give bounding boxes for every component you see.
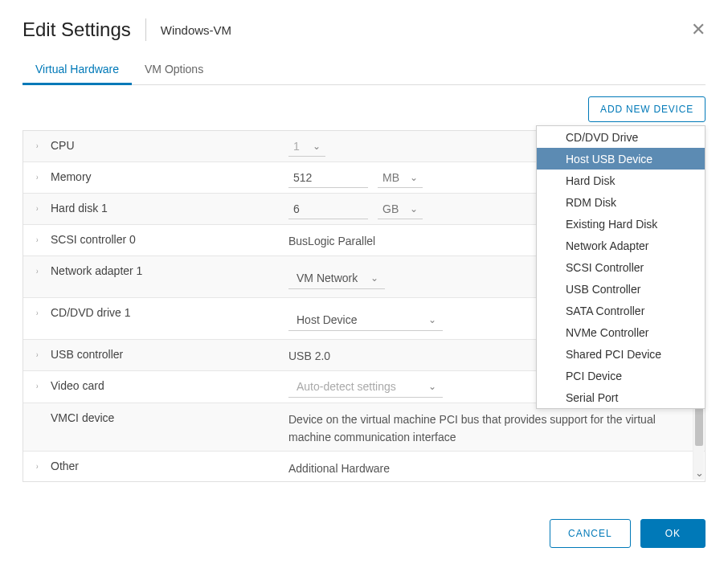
dialog-title: Edit Settings — [22, 18, 146, 41]
vmci-description: Device on the virtual machine PCI bus th… — [288, 403, 705, 451]
menu-item-shared-pci-device[interactable]: Shared PCI Device — [537, 343, 705, 365]
network-adapter-select[interactable]: VM Network ⌄ — [288, 268, 385, 289]
label-scsi0: SCSI controller 0 — [51, 233, 136, 246]
chevron-right-icon[interactable]: › — [36, 349, 44, 359]
menu-item-rdm-disk[interactable]: RDM Disk — [537, 191, 705, 213]
cpu-count-input[interactable] — [288, 137, 325, 157]
cancel-button[interactable]: CANCEL — [550, 519, 631, 548]
chevron-down-icon: ⌄ — [428, 314, 436, 325]
label-memory: Memory — [51, 170, 92, 183]
label-video-card: Video card — [51, 379, 104, 392]
menu-item-sata-controller[interactable]: SATA Controller — [537, 300, 705, 321]
network-adapter-value: VM Network — [297, 272, 358, 284]
label-cd-dvd-drive-1: CD/DVD drive 1 — [51, 306, 131, 319]
memory-unit-select[interactable]: MB ⌄ — [378, 168, 423, 188]
disk1-size-input[interactable] — [288, 199, 368, 219]
menu-item-hard-disk[interactable]: Hard Disk — [537, 170, 705, 191]
memory-unit-label: MB — [382, 171, 399, 184]
label-cpu: CPU — [51, 139, 75, 152]
disk1-unit-select[interactable]: GB ⌄ — [378, 199, 423, 219]
chevron-down-icon: ⌄ — [410, 172, 418, 183]
menu-item-nvme-controller[interactable]: NVMe Controller — [537, 321, 705, 343]
dialog-header: Edit Settings Windows-VM ✕ — [22, 18, 706, 42]
dialog-footer: CANCEL OK — [22, 503, 706, 548]
other-value: Additional Hardware — [288, 452, 705, 482]
vm-name: Windows-VM — [146, 23, 231, 37]
add-device-dropdown: CD/DVD Drive Host USB Device Hard Disk R… — [536, 125, 706, 409]
scrollbar-down-arrow-icon[interactable]: ⌄ — [693, 467, 705, 480]
menu-item-pci-device[interactable]: PCI Device — [537, 365, 705, 386]
cddvd-device-value: Host Device — [297, 313, 357, 326]
menu-item-scsi-controller[interactable]: SCSI Controller — [537, 256, 705, 278]
chevron-right-icon[interactable]: › — [36, 203, 44, 213]
chevron-down-icon: ⌄ — [410, 203, 418, 215]
disk1-unit-label: GB — [382, 202, 399, 215]
add-new-device-button[interactable]: ADD NEW DEVICE — [588, 96, 706, 122]
memory-size-input[interactable] — [288, 168, 368, 188]
ok-button[interactable]: OK — [640, 519, 706, 548]
edit-settings-dialog: Edit Settings Windows-VM ✕ Virtual Hardw… — [0, 0, 728, 564]
chevron-down-icon: ⌄ — [428, 381, 436, 392]
tab-bar: Virtual Hardware VM Options — [22, 56, 706, 85]
chevron-right-icon[interactable]: › — [36, 141, 44, 150]
row-vmci-device: › VMCI device Device on the virtual mach… — [23, 403, 705, 452]
chevron-right-icon[interactable]: › — [36, 461, 44, 471]
label-usb-controller: USB controller — [51, 348, 123, 361]
chevron-down-icon: ⌄ — [370, 272, 378, 284]
chevron-right-icon[interactable]: › — [36, 235, 44, 244]
tab-virtual-hardware[interactable]: Virtual Hardware — [22, 56, 132, 85]
chevron-right-icon[interactable]: › — [36, 172, 44, 182]
label-other: Other — [51, 460, 79, 472]
chevron-right-icon[interactable]: › — [36, 381, 44, 390]
tab-vm-options[interactable]: VM Options — [132, 56, 216, 84]
row-other: › Other Additional Hardware — [23, 452, 705, 482]
label-hard-disk-1: Hard disk 1 — [51, 202, 108, 215]
menu-item-existing-hard-disk[interactable]: Existing Hard Disk — [537, 213, 705, 235]
cddvd-device-select[interactable]: Host Device ⌄ — [288, 309, 443, 331]
menu-item-host-usb-device[interactable]: Host USB Device — [537, 148, 705, 170]
video-card-value: Auto-detect settings — [297, 380, 396, 393]
menu-item-cd-dvd-drive[interactable]: CD/DVD Drive — [537, 126, 705, 148]
video-card-select[interactable]: Auto-detect settings ⌄ — [288, 376, 443, 398]
menu-item-network-adapter[interactable]: Network Adapter — [537, 235, 705, 256]
chevron-right-icon[interactable]: › — [36, 266, 44, 276]
close-icon[interactable]: ✕ — [691, 18, 706, 42]
menu-item-serial-port[interactable]: Serial Port — [537, 386, 705, 408]
label-network-adapter-1: Network adapter 1 — [51, 264, 142, 277]
label-vmci-device: VMCI device — [51, 411, 114, 424]
chevron-right-icon[interactable]: › — [36, 308, 44, 317]
menu-item-usb-controller[interactable]: USB Controller — [537, 278, 705, 300]
